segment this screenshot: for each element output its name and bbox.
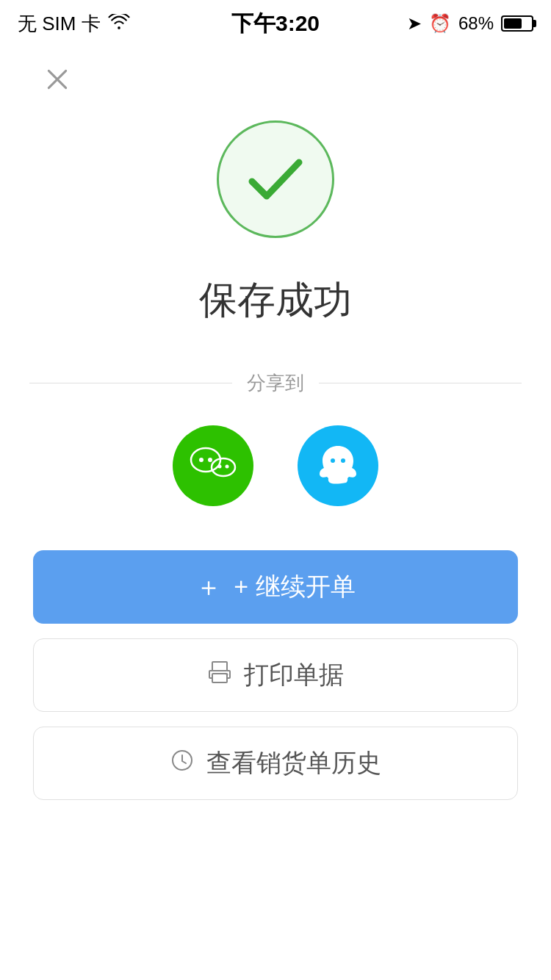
battery-icon [501,15,533,32]
svg-point-5 [226,465,229,469]
wechat-icon [188,444,238,488]
status-icons: ➤ ⏰ 68% [407,13,533,34]
share-label: 分享到 [232,370,319,396]
share-icons-row [173,425,378,506]
wifi-icon [108,12,130,35]
wechat-share-button[interactable] [173,425,253,506]
checkmark-icon [246,154,305,205]
svg-point-7 [341,458,345,463]
plus-icon: ＋ [195,569,222,605]
divider-right [319,383,522,383]
status-time: 下午3:20 [231,9,320,39]
success-title: 保存成功 [199,275,352,326]
main-content: 保存成功 分享到 [0,47,551,800]
svg-rect-9 [212,674,227,682]
divider-left [29,383,232,383]
history-button[interactable]: 查看销货单历史 [33,727,518,800]
status-carrier: 无 SIM 卡 [18,11,130,37]
actions-section: ＋ + 继续开单 打印单据 [33,550,518,800]
svg-point-2 [199,458,204,462]
close-icon [43,65,72,94]
share-divider: 分享到 [0,370,551,396]
battery-percent: 68% [458,13,494,34]
history-icon [170,748,195,779]
continue-button[interactable]: ＋ + 继续开单 [33,550,518,624]
status-bar: 无 SIM 卡 下午3:20 ➤ ⏰ 68% [0,0,551,47]
svg-point-1 [212,458,235,476]
svg-point-10 [226,673,228,675]
success-icon-circle [217,120,334,238]
alarm-icon: ⏰ [429,13,451,34]
location-icon: ➤ [407,13,422,34]
continue-label: + 继续开单 [234,570,355,604]
carrier-text: 无 SIM 卡 [18,11,101,37]
history-label: 查看销货单历史 [206,746,381,780]
qq-share-button[interactable] [298,425,378,506]
svg-rect-8 [212,662,227,671]
share-section: 分享到 [0,370,551,506]
print-button[interactable]: 打印单据 [33,638,518,712]
svg-point-6 [331,458,335,463]
close-button[interactable] [37,59,78,100]
svg-point-4 [218,465,222,469]
print-icon [207,660,232,691]
svg-point-3 [208,458,212,462]
print-label: 打印单据 [244,658,344,692]
qq-icon [315,442,361,490]
